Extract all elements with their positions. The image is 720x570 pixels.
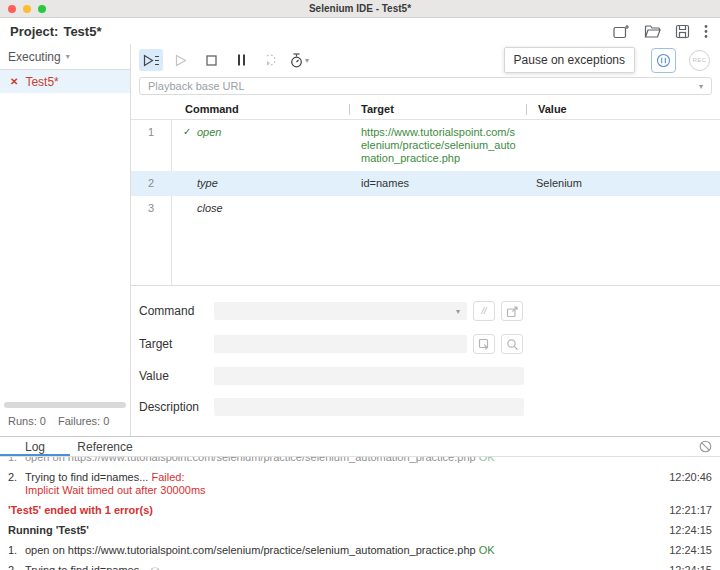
new-project-button[interactable] — [613, 24, 630, 39]
table-row[interactable]: 3 close — [131, 196, 720, 220]
tab-log[interactable]: Log — [0, 437, 70, 456]
open-new-window-icon — [506, 305, 519, 318]
speed-dropdown-caret: ▾ — [305, 56, 309, 65]
find-target-button[interactable] — [501, 334, 523, 354]
run-statistics: Runs: 0 Failures: 0 — [0, 415, 130, 436]
command-cell[interactable]: type — [171, 171, 349, 196]
new-project-icon — [613, 24, 630, 39]
log-entry: 2. Trying to find id=names... 12:24:15 — [8, 564, 712, 570]
titlebar: Selenium IDE - Test5* — [0, 0, 720, 18]
run-current-test-button[interactable] — [169, 49, 193, 71]
error-detail: Implicit Wait timed out after 30000ms — [25, 484, 206, 496]
pause-button[interactable] — [229, 49, 253, 71]
command-passed-icon: ✓ — [183, 126, 193, 137]
target-field-label: Target — [139, 337, 214, 351]
selenium-ide-window: Selenium IDE - Test5* Project:Test5* — [0, 0, 720, 570]
command-field[interactable]: ▾ — [214, 302, 467, 320]
test-name: Test5* — [25, 75, 58, 89]
log-timestamp: 12:21:17 — [659, 504, 712, 517]
value-cell[interactable] — [526, 120, 720, 171]
stop-button[interactable] — [199, 49, 223, 71]
log-entries: 1. open on https://www.tutorialspoint.co… — [0, 457, 720, 570]
minimize-window-button[interactable] — [23, 5, 31, 13]
playback-toolbar: ▾ Pause on exceptions REC — [131, 44, 720, 76]
step-over-button[interactable] — [259, 49, 283, 71]
tab-reference[interactable]: Reference — [70, 437, 140, 456]
log-tab-bar: Log Reference — [0, 437, 720, 457]
select-target-button[interactable] — [473, 334, 495, 354]
value-cell[interactable]: Selenium — [526, 171, 720, 196]
test-failed-icon: ✕ — [10, 76, 18, 87]
value-field-label: Value — [139, 369, 214, 383]
table-row[interactable]: 2 type id=names Selenium — [131, 171, 720, 196]
command-cell[interactable]: ✓ open — [171, 120, 349, 171]
sidebar-view-label: Executing — [8, 50, 61, 64]
toggle-comment-button[interactable]: // — [473, 301, 495, 321]
step-over-icon — [264, 54, 278, 67]
command-dropdown-caret[interactable]: ▾ — [456, 307, 460, 316]
project-label: Project: — [10, 24, 58, 39]
row-number: 1 — [131, 120, 171, 171]
clear-log-button[interactable] — [691, 437, 720, 456]
kebab-menu-icon — [704, 24, 708, 39]
description-field[interactable] — [214, 398, 524, 416]
command-edit-form: Command ▾ // Target — [131, 286, 720, 436]
record-button[interactable]: REC — [689, 50, 710, 71]
project-header: Project:Test5* — [0, 18, 720, 44]
command-cell[interactable]: close — [171, 196, 349, 220]
target-cell[interactable]: https://www.tutorialspoint.com/selenium/… — [349, 120, 526, 171]
log-panel: Log Reference 1. open on https://www.tut… — [0, 436, 720, 570]
run-all-tests-button[interactable] — [139, 49, 163, 71]
open-project-button[interactable] — [644, 24, 661, 39]
command-table-header: Command Target Value — [131, 99, 720, 120]
description-field-label: Description — [139, 400, 214, 414]
target-cell[interactable] — [349, 196, 526, 220]
command-table: Command Target Value 1 ✓ open https://ww… — [131, 99, 720, 286]
url-dropdown-caret[interactable]: ▾ — [699, 82, 703, 91]
stopwatch-icon — [289, 53, 304, 68]
zoom-window-button[interactable] — [38, 5, 46, 13]
chevron-down-icon: ▾ — [66, 52, 70, 61]
log-timestamp: 12:24:15 — [659, 524, 712, 537]
close-window-button[interactable] — [8, 5, 16, 13]
pause-on-exceptions-button[interactable] — [651, 48, 676, 73]
sidebar-view-dropdown[interactable]: Executing ▾ — [0, 44, 130, 70]
log-entry: 1. open on https://www.tutorialspoint.co… — [8, 544, 712, 557]
save-icon — [675, 24, 690, 39]
comment-slashes: // — [481, 306, 486, 316]
test-speed-control[interactable]: ▾ — [289, 53, 309, 68]
url-bar-container: Playback base URL ▾ — [131, 76, 720, 99]
open-reference-window-button[interactable] — [501, 301, 523, 321]
header-value: Value — [526, 99, 720, 119]
sidebar-horizontal-scrollbar[interactable] — [4, 402, 126, 408]
log-entry: Running 'Test5' 12:24:15 — [8, 524, 712, 537]
target-cell[interactable]: id=names — [349, 171, 526, 196]
url-placeholder: Playback base URL — [148, 80, 245, 92]
save-project-button[interactable] — [675, 24, 690, 39]
failures-count: Failures: 0 — [58, 415, 109, 427]
more-options-button[interactable] — [704, 24, 708, 39]
rec-label: REC — [693, 57, 707, 63]
clear-log-icon — [699, 440, 712, 453]
window-controls — [8, 5, 46, 13]
open-folder-icon — [644, 24, 661, 39]
target-field[interactable] — [214, 335, 467, 353]
play-icon — [175, 54, 187, 67]
table-row[interactable]: 1 ✓ open https://www.tutorialspoint.com/… — [131, 120, 720, 171]
playback-base-url-input[interactable]: Playback base URL ▾ — [139, 77, 712, 95]
ok-status: OK — [479, 544, 495, 556]
pause-circle-icon — [656, 53, 671, 68]
log-timestamp: 12:20:46 — [659, 471, 712, 484]
tests-sidebar: Executing ▾ ✕ Test5* Runs: 0 Failures: 0 — [0, 44, 131, 436]
log-timestamp: 12:24:15 — [659, 544, 712, 557]
project-name: Test5* — [63, 24, 101, 39]
value-field[interactable] — [214, 367, 524, 385]
stop-icon — [206, 55, 217, 66]
header-command: Command — [171, 99, 349, 119]
runs-count: Runs: 0 — [8, 415, 46, 427]
value-cell[interactable] — [526, 196, 720, 220]
window-title: Selenium IDE - Test5* — [0, 3, 720, 14]
project-title: Project:Test5* — [10, 24, 101, 39]
sidebar-item-test5[interactable]: ✕ Test5* — [0, 70, 130, 93]
target-cursor-icon — [478, 338, 491, 351]
